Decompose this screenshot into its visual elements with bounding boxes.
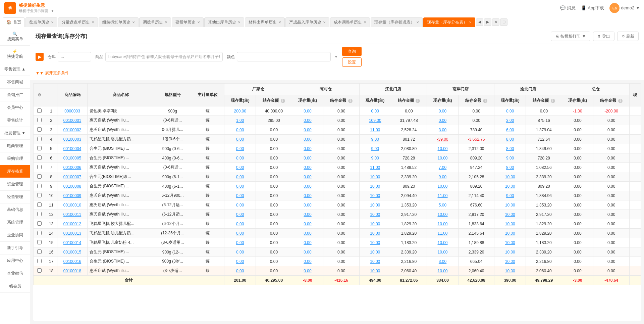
row-checkbox[interactable]: [34, 266, 45, 276]
color-input[interactable]: [237, 52, 331, 61]
row-c1-amt: 0.00: [256, 172, 292, 182]
tab-diaobo[interactable]: 调拨单历史 ✕: [139, 17, 171, 27]
close-icon[interactable]: ✕: [416, 20, 419, 24]
tab-expand-btn[interactable]: ⊡: [500, 18, 507, 26]
row-c3-qty: 11.00: [359, 125, 391, 135]
row-checkbox[interactable]: [34, 144, 45, 153]
tab-close-all-btn[interactable]: ✕: [492, 18, 499, 26]
tab-qitachuku[interactable]: 其他出库单历史 ✕: [204, 17, 244, 27]
close-icon[interactable]: ✕: [278, 20, 281, 24]
row-c1-qty: 0.00: [224, 172, 256, 182]
sidebar-item-member2[interactable]: 畅会员: [0, 280, 30, 293]
query-btn[interactable]: 查询: [342, 47, 362, 56]
row-extra: [629, 144, 641, 153]
row-checkbox[interactable]: [34, 257, 45, 266]
sidebar-item-apps[interactable]: 应用中心: [0, 254, 30, 267]
export-btn[interactable]: ⬆ 导出: [593, 32, 614, 41]
row-extra: [629, 163, 641, 172]
info-icon[interactable]: i: [281, 99, 285, 103]
info-icon[interactable]: i: [348, 99, 353, 103]
row-c2-qty: 0.00: [292, 144, 323, 153]
row-c1-qty: 0.00: [224, 182, 256, 191]
row-checkbox[interactable]: [34, 191, 45, 200]
sidebar-item-retail-stats[interactable]: 零售统计: [0, 114, 30, 127]
sidebar-item-member[interactable]: 会员中心: [0, 101, 30, 114]
row-unit: 罐: [191, 116, 224, 125]
sidebar-item-collab[interactable]: 企业协同: [0, 229, 30, 242]
goods-input[interactable]: [105, 52, 223, 61]
row-checkbox[interactable]: [34, 247, 45, 257]
close-icon[interactable]: ✕: [469, 20, 472, 24]
sidebar-item-search[interactable]: 🔍 搜索英单: [0, 28, 30, 46]
message-btn[interactable]: 💬 消息: [560, 5, 576, 11]
sidebar-item-wechat[interactable]: 企业微信: [0, 267, 30, 280]
col-gear[interactable]: ⚙: [34, 84, 45, 106]
user-menu[interactable]: Ea demo2 ▼: [609, 3, 640, 13]
sidebar-item-basic[interactable]: 基础信息: [0, 203, 30, 216]
row-c4-qty: 0.00: [427, 106, 459, 116]
tab-xiancunliang-dist[interactable]: 现存量（库存分布表） ✕: [423, 17, 475, 27]
sidebar-item-finance[interactable]: 资金管理: [0, 178, 30, 191]
tab-home[interactable]: 🏠 首页: [3, 17, 25, 27]
row-checkbox[interactable]: [34, 153, 45, 163]
sidebar-item-wholesale[interactable]: 批发管理 ▼: [0, 127, 30, 140]
expand-conditions-btn[interactable]: ▼▼ 展开更多条件: [36, 69, 639, 77]
tab-fenliang[interactable]: 分量盘点单历史 ✕: [58, 17, 98, 27]
close-icon[interactable]: ✕: [165, 20, 167, 24]
sidebar-item-guide[interactable]: 新手引导: [0, 242, 30, 254]
close-icon[interactable]: ✕: [364, 20, 366, 24]
sidebar-item-system[interactable]: 系统管理: [0, 216, 30, 229]
close-icon[interactable]: ✕: [197, 20, 200, 24]
row-checkbox[interactable]: [34, 219, 45, 229]
warehouse-input[interactable]: [58, 52, 91, 61]
sidebar-item-operation[interactable]: 经营管理: [0, 191, 30, 203]
top-bar: 畅 畅捷通好生意 母婴行业演示陈套 ▼ 💬 消息 📱 App下载 Ea demo…: [0, 0, 644, 16]
sidebar-item-retail-mall[interactable]: 零售商城: [0, 76, 30, 89]
sidebar-item-nav[interactable]: ⚡ 快捷导航: [0, 46, 30, 63]
sidebar-item-inventory[interactable]: 库存核算: [0, 165, 30, 178]
sidebar-item-marketing[interactable]: 营销推广: [0, 89, 30, 101]
settings-btn[interactable]: 设置: [342, 57, 362, 67]
sidebar-item-ecommerce[interactable]: 电商管理: [0, 140, 30, 152]
row-checkbox[interactable]: [34, 182, 45, 191]
app-download-btn[interactable]: 📱 App下载: [581, 5, 604, 11]
row-checkbox[interactable]: [34, 229, 45, 238]
close-icon[interactable]: ✕: [92, 20, 94, 24]
row-checkbox[interactable]: [34, 106, 45, 116]
row-checkbox[interactable]: [34, 172, 45, 182]
row-extra: [629, 191, 641, 200]
tab-liaochuku[interactable]: 材料出库单历史 ✕: [245, 17, 285, 27]
search-expand-btn[interactable]: ▶: [36, 53, 44, 61]
row-checkbox[interactable]: [34, 238, 45, 247]
close-icon[interactable]: ✕: [132, 20, 135, 24]
info-icon[interactable]: i: [483, 99, 487, 103]
row-checkbox[interactable]: [34, 125, 45, 135]
sidebar-item-retail-mgmt[interactable]: 零售管理 ▲: [0, 63, 30, 76]
tab-prev-btn[interactable]: ◀: [476, 18, 483, 26]
row-checkbox[interactable]: [34, 200, 45, 210]
row-checkbox[interactable]: [34, 210, 45, 219]
close-icon[interactable]: ✕: [238, 20, 240, 24]
table-row: 12 00100011 惠氏启赋 (Wyeth illu... (6-12月适.…: [34, 210, 641, 219]
row-c1-amt: 0.00: [256, 163, 292, 172]
sidebar-item-purchase[interactable]: 采购管理: [0, 152, 30, 165]
row-c4-qty: 0.00: [427, 116, 459, 125]
info-icon[interactable]: i: [416, 99, 420, 103]
row-checkbox[interactable]: [34, 116, 45, 125]
tab-yaohuo[interactable]: 要货单历史 ✕: [172, 17, 204, 27]
row-checkbox[interactable]: [34, 163, 45, 172]
tab-chenbenzhengzheng[interactable]: 成本调整单历史 ✕: [330, 17, 370, 27]
print-btn[interactable]: 🖨 按模板打印 ▼: [551, 32, 590, 41]
tab-zuzhuang[interactable]: 组装拆卸单历史 ✕: [99, 17, 139, 27]
refresh-btn[interactable]: ↺ 刷新: [617, 32, 639, 41]
subh-c1-amt: 结存金额 i: [256, 95, 292, 106]
tab-next-btn[interactable]: ▶: [484, 18, 491, 26]
tab-pandian[interactable]: 盘点单历史 ✕: [25, 17, 57, 27]
close-icon[interactable]: ✕: [323, 20, 326, 24]
tab-xiancunliang-status[interactable]: 现存量（库存状况表） ✕: [371, 17, 423, 27]
row-checkbox[interactable]: [34, 135, 45, 144]
tab-chengpinruku[interactable]: 产成品入库单历史 ✕: [285, 17, 329, 27]
info-icon[interactable]: i: [618, 99, 623, 103]
close-icon[interactable]: ✕: [51, 20, 54, 24]
info-icon[interactable]: i: [551, 99, 555, 103]
